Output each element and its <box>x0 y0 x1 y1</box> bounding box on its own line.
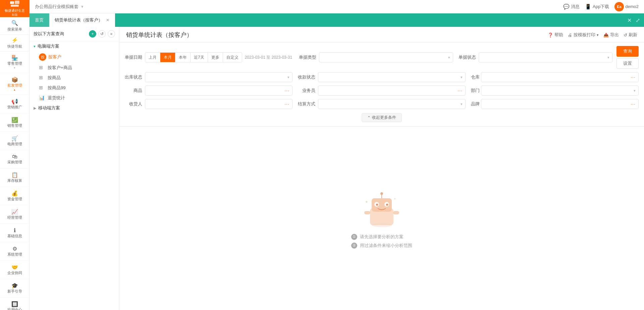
help-icon: ❓ <box>548 33 553 38</box>
tab-maximize-button[interactable]: ⤢ <box>634 16 641 24</box>
date-btn-7days[interactable]: 近7天 <box>191 52 208 62</box>
tree-item-by-customer-goods[interactable]: ⊞ 按客户+商品 <box>36 63 119 73</box>
brand-select[interactable]: ··· <box>481 99 639 109</box>
date-btn-last-month[interactable]: 上月 <box>145 52 160 62</box>
search-menu-item[interactable]: 🔍 搜索菜单 <box>0 17 29 35</box>
query-button[interactable]: 查询 <box>616 46 639 57</box>
svg-point-11 <box>380 192 383 195</box>
tab-close-window-button[interactable]: ✕ <box>626 16 633 24</box>
app-download-button[interactable]: 📱 App下载 <box>585 4 609 10</box>
tip-text-1: 请先选择要分析的方案 <box>360 234 404 240</box>
sidebar-item-guide[interactable]: 🎓 新手引导 <box>0 279 29 298</box>
content-area: 按以下方案查询 + ↺ « ▾ 电脑端方案 <box>30 27 644 310</box>
export-button[interactable]: 📤 导出 <box>603 32 619 38</box>
warehouse-dots-icon: ··· <box>631 74 636 80</box>
print-label: 按模板打印 <box>574 32 595 38</box>
add-scheme-button[interactable]: + <box>89 30 96 38</box>
sidebar-item-app-center[interactable]: 🔲 应用中心 <box>0 298 29 310</box>
doc-status-select[interactable]: ▾ <box>479 52 612 62</box>
svg-rect-1 <box>15 1 19 4</box>
settlement-arrow-icon: ▾ <box>461 102 463 106</box>
tree-item-by-customer[interactable]: 按 按客户 <box>36 51 119 63</box>
brand-filter: 品牌 ··· <box>471 99 639 109</box>
date-btn-this-month[interactable]: 本月 <box>160 52 175 62</box>
tree-item-by-goods99[interactable]: ⊞ 按商品99 <box>36 83 119 93</box>
receiver-select[interactable]: ··· <box>145 99 292 109</box>
sidebar-item-basic-info[interactable]: ℹ 基础信息 <box>0 224 29 242</box>
date-btn-this-year[interactable]: 本年 <box>175 52 191 62</box>
date-btn-custom[interactable]: 自定义 <box>223 52 242 62</box>
tree-item-return-stats[interactable]: 📊 退货统计 <box>36 93 119 103</box>
breadcrumb-dropdown-icon[interactable]: ▾ <box>81 4 84 9</box>
tab-sales-stats[interactable]: 销货单统计表（按客户） ✕ <box>49 13 115 27</box>
settlement-label: 结算方式 <box>298 101 318 107</box>
print-button[interactable]: 🖨 按模板打印 ▾ <box>568 32 599 38</box>
message-button[interactable]: 💬 消息 <box>563 4 580 10</box>
settings-button[interactable]: 设置 <box>616 58 639 69</box>
inventory-label: 库存核算 <box>7 178 22 183</box>
query-action-buttons: 查询 设置 <box>616 46 639 69</box>
salesperson-select[interactable]: ··· <box>318 86 466 96</box>
sidebar-item-ecommerce[interactable]: 🛒 电商管理 <box>0 132 29 150</box>
receipt-status-filter: 收款状态 ▾ <box>298 72 466 82</box>
collapse-panel-button[interactable]: « <box>108 30 115 38</box>
salesperson-filter: 业务员 ··· <box>298 86 466 96</box>
doc-type-select[interactable]: ▾ <box>319 52 453 62</box>
empty-tips: ① 请先选择要分析的方案 ② 用过滤条件来缩小分析范围 <box>351 234 412 249</box>
logo-icon <box>9 0 20 8</box>
mobile-icon: 📱 <box>585 4 591 10</box>
refresh-data-icon: ↺ <box>624 33 627 38</box>
quick-nav-item[interactable]: ⚡ 快捷导航 <box>0 35 29 51</box>
filter-row-3: 商品 ··· 业务员 ··· 部门 <box>125 86 639 96</box>
tree-section-pc[interactable]: ▾ 电脑端方案 <box>30 41 119 51</box>
svg-text:✦: ✦ <box>393 197 396 201</box>
tree-section-mobile[interactable]: ▶ 移动端方案 <box>30 103 119 113</box>
dept-filter: 部门 ▾ <box>471 86 639 96</box>
sidebar-item-system[interactable]: ⚙ 系统管理 <box>0 242 29 261</box>
sidebar-item-operations[interactable]: 📈 经营管理 <box>0 205 29 224</box>
refresh-button[interactable]: ↺ 刷新 <box>624 32 637 38</box>
date-this-month-label: 本月 <box>164 55 172 60</box>
sidebar-item-inventory[interactable]: 📋 库存核算 <box>0 168 29 187</box>
filter-row-1: 单据日期 上月 本月 本年 近7天 <box>125 46 639 69</box>
sidebar-item-enterprise[interactable]: 🤝 企业协同 <box>0 261 29 279</box>
dept-arrow-icon: ▾ <box>634 89 636 93</box>
tree-section-mobile-label: 移动端方案 <box>38 105 60 111</box>
retail-label: 零售管理 <box>7 61 22 66</box>
date-last-month-label: 上月 <box>149 55 157 60</box>
app-logo[interactable]: 畅捷通好生意 标版 <box>0 0 30 17</box>
tree-arrow-right-icon: ▶ <box>34 106 36 110</box>
app-name: 畅捷通好生意 <box>5 9 25 13</box>
collapse-button[interactable]: ⌃ 收起更多条件 <box>362 113 402 122</box>
wholesale-expand-icon: ▴ <box>14 88 15 91</box>
right-panel: 销货单统计表（按客户） ❓ 帮助 🖨 按模板打印 ▾ 📤 导出 <box>119 27 644 310</box>
settlement-select[interactable]: ▾ <box>318 99 466 109</box>
help-button[interactable]: ❓ 帮助 <box>548 32 563 38</box>
tree-item-by-goods[interactable]: ⊞ 按商品 <box>36 73 119 83</box>
user-profile-button[interactable]: Ea demo2 <box>614 2 639 11</box>
dept-select[interactable]: ▾ <box>481 86 639 96</box>
goods-dots-icon: ··· <box>284 88 289 93</box>
sidebar-item-purchase[interactable]: 🛍 采购管理 <box>0 150 29 168</box>
receipt-status-select[interactable]: ▾ <box>318 72 466 82</box>
return-stats-icon: 📊 <box>39 95 45 101</box>
warehouse-label: 仓库 <box>471 74 481 80</box>
left-panel-title: 按以下方案查询 <box>34 31 64 37</box>
refresh-scheme-button[interactable]: ↺ <box>98 30 106 38</box>
warehouse-select[interactable]: ··· <box>481 72 639 82</box>
tab-close-button[interactable]: ✕ <box>106 18 109 22</box>
date-btn-more[interactable]: 更多 <box>208 52 223 62</box>
sidebar-item-wholesale[interactable]: 📦 批发管理 ▴ <box>0 73 29 95</box>
tab-home-label: 首页 <box>35 17 44 23</box>
sidebar-item-retail[interactable]: 🏪 零售管理 ▾ <box>0 51 29 73</box>
out-status-select[interactable]: ▾ <box>145 72 292 82</box>
tree-item-return-stats-label: 退货统计 <box>48 95 65 101</box>
top-header: 办公用品行业模拟账套 ▾ 💬 消息 📱 App下载 Ea demo2 <box>30 0 644 13</box>
header-actions: 💬 消息 📱 App下载 Ea demo2 <box>563 2 639 11</box>
sidebar-item-marketing[interactable]: 📢 营销推广 <box>0 95 29 113</box>
sidebar-item-sales[interactable]: 💹 销售管理 <box>0 113 29 132</box>
tab-home[interactable]: 首页 <box>30 13 49 27</box>
goods-select[interactable]: ··· <box>145 86 292 96</box>
add-icon: + <box>91 32 94 36</box>
sidebar-item-finance[interactable]: 💰 资金管理 <box>0 187 29 205</box>
